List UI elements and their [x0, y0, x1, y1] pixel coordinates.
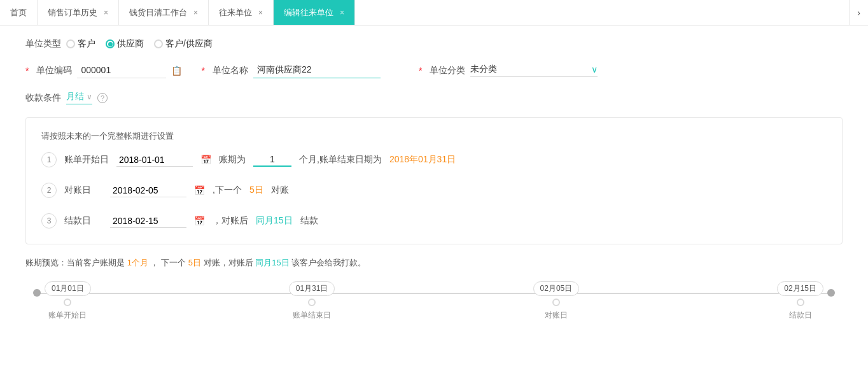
payment-terms-arrow-icon: ∨	[87, 92, 92, 101]
step-3-num: 3	[41, 213, 57, 229]
unit-category-group: * 单位分类 未分类 ∨	[419, 64, 598, 77]
timeline-node-3: 02月05日 对账日	[533, 281, 580, 321]
payment-terms-tooltip-icon[interactable]: ?	[97, 93, 108, 103]
timeline-dot-2	[308, 299, 316, 306]
step-1-date-input[interactable]	[116, 153, 193, 167]
timeline-label-4: 结款日	[789, 310, 812, 321]
unit-code-group: * 单位编码 📋	[25, 62, 182, 78]
unit-name-label: 单位名称	[213, 65, 248, 76]
radio-supplier-label: 供应商	[117, 38, 144, 50]
preview-label: 账期预览：当前客户账期是	[25, 258, 125, 267]
unit-code-label: 单位编码	[36, 65, 72, 76]
unit-code-input[interactable]	[77, 62, 166, 78]
preview-period: 1个月	[127, 258, 148, 267]
radio-customer-supplier[interactable]: 客户/供应商	[154, 38, 213, 50]
preview-settle: 同月15日	[255, 258, 289, 267]
card-title: 请按照未来的一个完整帐期进行设置	[41, 130, 827, 142]
step-3-date-input[interactable]	[110, 215, 186, 228]
unit-name-group: * 单位名称	[201, 62, 380, 78]
timeline-node-2: 01月31日 账单结束日	[289, 281, 335, 321]
tab-sales-history-label: 销售订单历史	[48, 7, 97, 18]
timeline-label-1: 账单开始日	[48, 310, 87, 321]
payment-terms-value: 月结	[66, 91, 84, 102]
tab-home-label: 首页	[10, 7, 27, 18]
preview-sep1: ，	[150, 258, 158, 267]
tab-more-button[interactable]: ›	[849, 0, 868, 25]
tab-edit-partner-label: 编辑往来单位	[284, 7, 333, 18]
timeline-start-dot	[33, 289, 41, 297]
radio-customer-supplier-circle	[154, 39, 163, 48]
timeline-node-4: 02月15日 结款日	[777, 281, 823, 321]
timeline-end-dot	[827, 289, 835, 297]
radio-customer-supplier-label: 客户/供应商	[165, 38, 213, 50]
preview-day: 5日	[188, 258, 201, 267]
preview-text: 账期预览：当前客户账期是 1个月 ， 下一个 5日 对账，对账后 同月15日 该…	[25, 257, 843, 269]
unit-info-row: * 单位编码 📋 * 单位名称 * 单位分类 未分类 ∨	[25, 62, 843, 78]
step-3-pre-text: ，对账后	[213, 215, 248, 227]
step-1-num: 1	[41, 152, 57, 167]
timeline-dot-4	[797, 299, 804, 306]
step-2-post-text: 对账	[271, 185, 289, 196]
unit-category-value: 未分类	[470, 64, 586, 75]
main-content: 单位类型 客户 供应商 客户/供应商 * 单位编码	[0, 25, 868, 387]
step-1-suffix-text: 个月,账单结束日期为	[299, 154, 382, 165]
tab-sales-history-close[interactable]: ×	[104, 8, 108, 17]
preview-part2-pre: 下一个	[161, 258, 186, 267]
timeline-node-1: 01月01日 账单开始日	[45, 281, 91, 321]
period-setup-card: 请按照未来的一个完整帐期进行设置 1 账单开始日 📅 账期为 个月,账单结束日期…	[25, 117, 843, 244]
step-3-label: 结款日	[64, 215, 102, 227]
unit-name-star: *	[201, 66, 204, 76]
payment-terms-label: 收款条件	[25, 92, 61, 104]
tab-bar: 首页 销售订单历史 × 钱货日清工作台 × 往来单位 × 编辑往来单位 × ›	[0, 0, 868, 25]
step-3-post-text: 结款	[300, 215, 318, 227]
step-3-highlight: 同月15日	[256, 215, 293, 227]
step-3-calendar-icon[interactable]: 📅	[194, 216, 205, 226]
payment-terms-dropdown[interactable]: 月结 ∨	[66, 91, 92, 104]
tab-cash-work-label: 钱货日清工作台	[129, 7, 187, 18]
unit-type-label: 单位类型	[25, 38, 61, 50]
unit-type-group: 单位类型 客户 供应商 客户/供应商	[25, 38, 213, 50]
timeline-pill-4: 02月15日	[777, 281, 823, 296]
step-3-row: 3 结款日 📅 ，对账后 同月15日 结款	[41, 213, 827, 229]
radio-customer-label: 客户	[78, 38, 95, 50]
step-2-calendar-icon[interactable]: 📅	[194, 185, 205, 195]
timeline-dot-3	[552, 299, 560, 306]
tab-edit-partner[interactable]: 编辑往来单位 ×	[274, 0, 355, 25]
radio-customer-circle	[66, 39, 75, 48]
tab-partner-unit-close[interactable]: ×	[258, 8, 263, 17]
step-1-period-input[interactable]	[253, 153, 291, 167]
step-2-date-input[interactable]	[110, 184, 186, 197]
tab-sales-history[interactable]: 销售订单历史 ×	[38, 0, 119, 25]
step-1-calendar-icon[interactable]: 📅	[200, 155, 211, 165]
unit-code-star: *	[25, 66, 29, 76]
radio-supplier[interactable]: 供应商	[106, 38, 144, 50]
unit-name-input[interactable]	[253, 62, 381, 78]
step-2-label: 对账日	[64, 185, 102, 196]
radio-customer[interactable]: 客户	[66, 38, 95, 50]
tab-cash-work[interactable]: 钱货日清工作台 ×	[119, 0, 209, 25]
step-1-label: 账单开始日	[64, 154, 109, 165]
payment-terms-row: 收款条件 月结 ∨ ?	[25, 91, 843, 104]
timeline-pill-3: 02月05日	[533, 281, 580, 296]
payment-terms-group: 收款条件 月结 ∨ ?	[25, 91, 108, 104]
tab-edit-partner-close[interactable]: ×	[340, 8, 344, 17]
unit-category-star: *	[419, 66, 422, 76]
step-1-end-date: 2018年01月31日	[389, 154, 456, 165]
unit-code-calendar-icon[interactable]: 📋	[171, 66, 182, 76]
preview-end: 该客户会给我打款。	[291, 258, 366, 267]
step-1-row: 1 账单开始日 📅 账期为 个月,账单结束日期为 2018年01月31日	[41, 152, 827, 167]
timeline-dot-1	[64, 299, 71, 306]
timeline-label-2: 账单结束日	[293, 310, 331, 321]
timeline-label-3: 对账日	[545, 310, 568, 321]
unit-category-arrow-icon: ∨	[591, 64, 598, 74]
tab-home[interactable]: 首页	[0, 0, 38, 25]
timeline-pill-2: 01月31日	[289, 281, 335, 296]
unit-category-label: 单位分类	[430, 65, 465, 76]
tab-partner-unit[interactable]: 往来单位 ×	[209, 0, 274, 25]
tab-cash-work-close[interactable]: ×	[193, 8, 198, 17]
timeline-nodes: 01月01日 账单开始日 01月31日 账单结束日 02月05日 对账日 02月…	[38, 281, 830, 321]
unit-type-row: 单位类型 客户 供应商 客户/供应商	[25, 38, 843, 50]
step-1-mid-text: 账期为	[219, 154, 246, 165]
radio-supplier-circle	[106, 39, 115, 48]
unit-category-select[interactable]: 未分类 ∨	[470, 64, 598, 77]
